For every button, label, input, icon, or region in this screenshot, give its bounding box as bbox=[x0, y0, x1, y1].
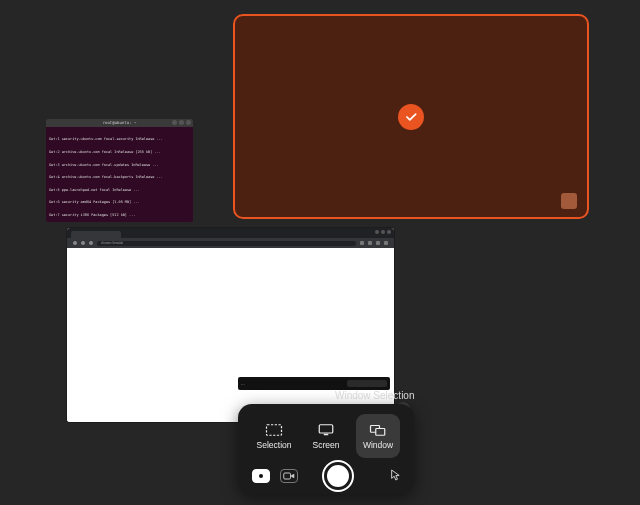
selection-icon bbox=[265, 423, 283, 437]
close-icon[interactable] bbox=[186, 120, 191, 125]
mode-screen-label: Screen bbox=[313, 440, 340, 450]
browser-toolbar: chrome://newtab bbox=[67, 238, 394, 248]
window-small-panel[interactable]: ... bbox=[238, 377, 390, 390]
window-icon bbox=[369, 423, 387, 437]
window-desktop-selected[interactable] bbox=[233, 14, 589, 219]
shutter-button[interactable] bbox=[324, 462, 352, 490]
screenshot-panel: Selection Screen Window bbox=[238, 404, 414, 494]
mode-selection-button[interactable]: Selection bbox=[252, 414, 296, 458]
svg-rect-4 bbox=[376, 428, 385, 435]
window-terminal[interactable]: root@ubuntu: ~ Get:1 security.ubuntu.com… bbox=[46, 119, 193, 222]
address-bar[interactable]: chrome://newtab bbox=[97, 241, 356, 246]
video-icon bbox=[283, 471, 295, 481]
terminal-body: Get:1 security.ubuntu.com focal-security… bbox=[46, 127, 193, 222]
selection-check-icon bbox=[398, 104, 424, 130]
mode-screen-button[interactable]: Screen bbox=[304, 414, 348, 458]
photo-toggle-button[interactable] bbox=[252, 469, 270, 483]
files-app-icon bbox=[561, 193, 577, 209]
maximize-icon[interactable] bbox=[179, 120, 184, 125]
camera-icon bbox=[259, 474, 263, 478]
cursor-icon bbox=[390, 469, 400, 481]
close-icon[interactable] bbox=[387, 230, 391, 234]
screenshot-title: Window Selection bbox=[335, 390, 414, 401]
profile-icon[interactable] bbox=[376, 241, 380, 245]
mode-window-label: Window bbox=[363, 440, 393, 450]
extension-icon[interactable] bbox=[360, 241, 364, 245]
svg-rect-1 bbox=[319, 424, 333, 432]
forward-icon[interactable] bbox=[81, 241, 85, 245]
menu-icon[interactable] bbox=[384, 241, 388, 245]
show-pointer-toggle[interactable] bbox=[390, 467, 400, 485]
browser-window-controls bbox=[375, 230, 391, 234]
svg-rect-0 bbox=[267, 424, 282, 435]
mode-selection-label: Selection bbox=[257, 440, 292, 450]
reload-icon[interactable] bbox=[89, 241, 93, 245]
capture-action-row bbox=[238, 462, 414, 498]
terminal-title: root@ubuntu: ~ bbox=[103, 121, 137, 125]
capture-mode-row: Selection Screen Window bbox=[238, 404, 414, 462]
maximize-icon[interactable] bbox=[381, 230, 385, 234]
small-panel-chip bbox=[347, 380, 387, 387]
back-icon[interactable] bbox=[73, 241, 77, 245]
svg-rect-5 bbox=[284, 473, 291, 479]
terminal-window-controls bbox=[172, 120, 191, 125]
mode-window-button[interactable]: Window bbox=[356, 414, 400, 458]
extension-icon[interactable] bbox=[368, 241, 372, 245]
terminal-titlebar: root@ubuntu: ~ bbox=[46, 119, 193, 127]
minimize-icon[interactable] bbox=[172, 120, 177, 125]
small-panel-text: ... bbox=[241, 381, 245, 386]
svg-rect-2 bbox=[324, 433, 329, 435]
screen-icon bbox=[317, 423, 335, 437]
browser-tab[interactable] bbox=[71, 231, 121, 238]
video-toggle-button[interactable] bbox=[280, 469, 298, 483]
browser-tabbar bbox=[67, 228, 394, 238]
minimize-icon[interactable] bbox=[375, 230, 379, 234]
